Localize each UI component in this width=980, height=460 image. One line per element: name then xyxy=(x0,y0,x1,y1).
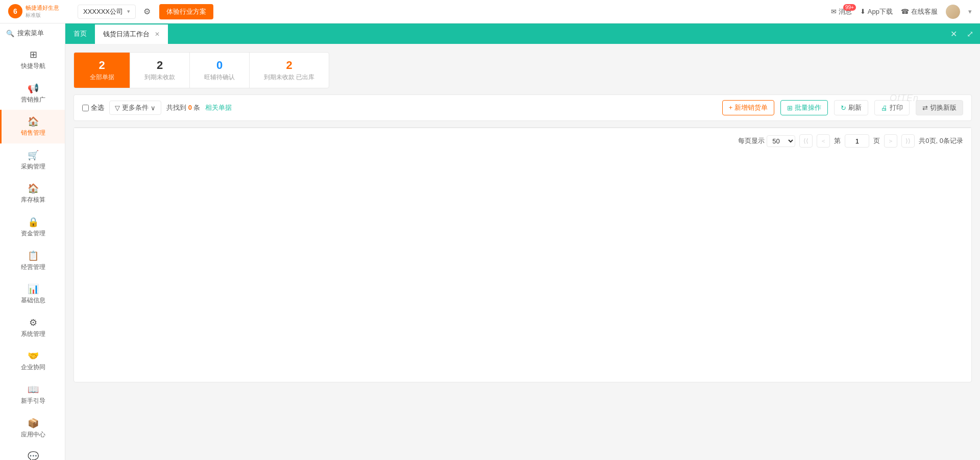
message-badge: 99+ xyxy=(843,4,856,11)
related-orders-link[interactable]: 相关单据 xyxy=(205,103,232,112)
message-icon: ✉ xyxy=(831,8,837,15)
last-page-button[interactable]: ⟩⟩ xyxy=(901,134,915,148)
online-service-label: 在线客服 xyxy=(911,7,938,16)
prev-page-button[interactable]: ＜ xyxy=(817,134,830,148)
search-menu-label: 搜索菜单 xyxy=(17,29,44,38)
tab-cashwork[interactable]: 钱货日清工作台 ✕ xyxy=(95,23,168,44)
service-icon: ☎ xyxy=(901,8,909,15)
sidebar-item-enterprise[interactable]: 🤝企业协同 xyxy=(0,344,65,378)
toolbar: 全选 ▽ 更多条件 ∨ 共找到 0 条 相关单据 + 新增销货单 ⊞ 批量操作 … xyxy=(74,94,972,121)
print-button[interactable]: 🖨 打印 xyxy=(874,100,910,115)
marketing-icon: 📢 xyxy=(28,83,39,94)
search-icon: 🔍 xyxy=(6,30,14,37)
page-size-label: 每页显示 xyxy=(738,136,765,146)
toolbar-left: 全选 ▽ 更多条件 ∨ 共找到 0 条 相关单据 xyxy=(82,101,716,115)
page-size-select-input[interactable]: 50 100 200 xyxy=(767,135,795,147)
sidebar-item-system[interactable]: ⚙系统管理 xyxy=(0,311,65,345)
purchase-icon: 🛒 xyxy=(28,150,39,161)
print-label: 打印 xyxy=(890,103,903,112)
found-count: 0 xyxy=(188,104,192,111)
first-page-button[interactable]: ⟨⟨ xyxy=(799,134,813,148)
sidebar-item-sales[interactable]: 🏠销售管理 xyxy=(0,110,65,143)
stats-label-overdue: 到期未收款 xyxy=(144,73,175,82)
sidebar-item-purchase[interactable]: 🛒采购管理 xyxy=(0,143,65,177)
found-text: 共找到 0 条 xyxy=(166,103,200,112)
chevron-down-icon: ▾ xyxy=(968,8,972,15)
select-all-input[interactable] xyxy=(82,105,89,111)
inventory-icon: 🏠 xyxy=(28,183,39,194)
search-menu-item[interactable]: 🔍 搜索菜单 xyxy=(0,23,65,43)
basic-icon: 📊 xyxy=(28,283,39,295)
refresh-button[interactable]: ↻ 刷新 xyxy=(834,100,868,115)
system-icon: ⚙ xyxy=(29,317,37,328)
sidebar-item-basic[interactable]: 📊基础信息 xyxy=(0,277,65,311)
filter-chevron-icon: ∨ xyxy=(151,104,156,112)
guide-icon: 📖 xyxy=(28,384,39,395)
online-service-button[interactable]: ☎ 在线客服 xyxy=(901,7,938,16)
minimize-icon[interactable]: ✕ xyxy=(947,28,960,40)
close-icon[interactable]: ✕ xyxy=(155,31,160,38)
message-button[interactable]: ✉ 消息 99+ xyxy=(831,7,852,16)
filter-button[interactable]: ▽ 更多条件 ∨ xyxy=(109,101,161,115)
settings-button[interactable]: ⚙ xyxy=(140,5,154,19)
stats-count-all: 2 xyxy=(88,59,115,72)
page-label-suffix: 页 xyxy=(873,136,880,146)
tab-home[interactable]: 首页 xyxy=(65,23,95,44)
home-tab-label: 首页 xyxy=(74,29,87,38)
batch-operation-button[interactable]: ⊞ 批量操作 xyxy=(780,100,828,115)
sidebar-item-label-app-center: 应用中心 xyxy=(21,431,45,439)
avatar-image xyxy=(946,5,960,19)
sidebar-item-label-enterprise: 企业协同 xyxy=(21,364,45,372)
trial-button[interactable]: 体验行业方案 xyxy=(159,4,213,19)
next-page-button[interactable]: ＞ xyxy=(884,134,897,148)
refresh-label: 刷新 xyxy=(848,103,862,112)
sidebar-item-label-operation: 经营管理 xyxy=(21,263,45,272)
sidebar-item-operation[interactable]: 📋经营管理 xyxy=(0,244,65,278)
avatar[interactable] xyxy=(946,5,960,19)
sidebar-item-label-purchase: 采购管理 xyxy=(21,163,45,171)
page-label-prefix: 第 xyxy=(834,136,841,146)
sidebar-item-inventory[interactable]: 🏠库存核算 xyxy=(0,177,65,210)
batch-icon: ⊞ xyxy=(787,104,793,112)
page-number-input[interactable] xyxy=(845,134,869,148)
stats-tab-all[interactable]: 2 全部单据 xyxy=(74,53,130,88)
stats-tab-wangwang[interactable]: 0 旺辅待确认 xyxy=(190,53,250,88)
user-name-area[interactable]: ▾ xyxy=(968,8,972,15)
total-text: 共0页, 0条记录 xyxy=(919,136,963,146)
sidebar-item-label-inventory: 库存核算 xyxy=(21,196,45,204)
sidebar-item-marketing[interactable]: 📢营销推广 xyxy=(0,77,65,110)
print-icon: 🖨 xyxy=(881,104,888,112)
stats-tab-overdue-out[interactable]: 2 到期未收款 已出库 xyxy=(250,53,329,88)
sidebar-item-app-center[interactable]: 📦应用中心 xyxy=(0,411,65,445)
expand-icon[interactable]: ⤢ xyxy=(964,28,976,40)
sidebar-item-quick-nav[interactable]: ⊞快捷导航 xyxy=(0,43,65,77)
refresh-icon: ↻ xyxy=(841,104,846,112)
sidebar-item-guide[interactable]: 📖新手引导 xyxy=(0,378,65,411)
sidebar: 🔍 搜索菜单 ⊞快捷导航📢营销推广🏠销售管理🛒采购管理🏠库存核算🔒资金管理📋经营… xyxy=(0,23,65,460)
wechat-icon: 💬 xyxy=(28,451,39,460)
top-bar: 6 畅捷通好生意 标准版 XXXXXX公司 ▾ ⚙ 体验行业方案 ✉ 消息 99… xyxy=(0,0,980,23)
stats-label-all: 全部单据 xyxy=(88,73,115,82)
capital-icon: 🔒 xyxy=(28,216,39,228)
sales-icon: 🏠 xyxy=(28,116,39,127)
sidebar-item-label-basic: 基础信息 xyxy=(21,297,45,305)
stats-count-wangwang: 0 xyxy=(204,59,235,72)
quick-nav-icon: ⊞ xyxy=(30,49,37,60)
select-all-checkbox[interactable]: 全选 xyxy=(82,103,104,112)
pagination: 每页显示 50 100 200 ⟨⟨ ＜ 第 页 ＞ ⟩⟩ 共0页, 0条记录 xyxy=(74,128,971,154)
sidebar-item-capital[interactable]: 🔒资金管理 xyxy=(0,210,65,244)
stats-tab-overdue[interactable]: 2 到期未收款 xyxy=(130,53,190,88)
sidebar-item-wechat[interactable]: 💬企业微信 xyxy=(0,445,65,460)
app-download-button[interactable]: ⬇ App下载 xyxy=(860,7,893,16)
sidebar-item-label-guide: 新手引导 xyxy=(21,397,45,405)
top-right-area: ✉ 消息 99+ ⬇ App下载 ☎ 在线客服 ▾ xyxy=(831,5,972,19)
add-order-button[interactable]: + 新增销货单 xyxy=(722,100,774,115)
stats-count-overdue: 2 xyxy=(144,59,175,72)
download-icon: ⬇ xyxy=(860,8,866,15)
select-all-label: 全选 xyxy=(91,103,104,112)
company-selector[interactable]: XXXXXX公司 ▾ xyxy=(78,5,136,19)
stats-label-overdue-out: 到期未收款 已出库 xyxy=(264,73,314,82)
main-content: 2 全部单据 2 到期未收款 0 旺辅待确认 2 到期未收款 已出库 全选 ▽ … xyxy=(65,44,980,460)
switch-version-button[interactable]: ⇄ 切换新版 xyxy=(916,100,963,115)
stats-tabs: 2 全部单据 2 到期未收款 0 旺辅待确认 2 到期未收款 已出库 xyxy=(74,52,329,88)
